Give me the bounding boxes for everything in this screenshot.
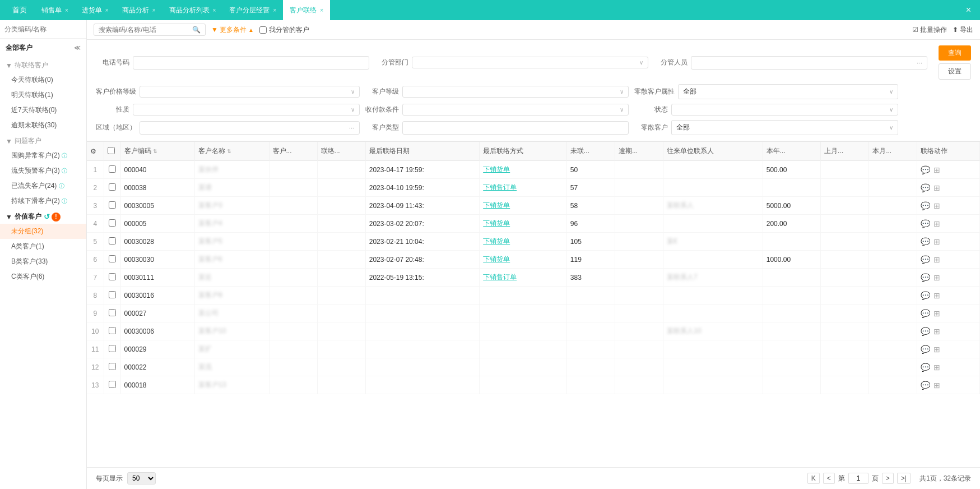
row-checkbox[interactable] [109,219,116,227]
close-sales-tab[interactable]: × [65,7,68,13]
message-icon[interactable]: 💬 [921,255,930,264]
region-input[interactable]: ··· [140,121,360,135]
message-icon[interactable]: 💬 [921,201,930,210]
row-checkbox[interactable] [109,309,116,316]
search-input[interactable] [99,26,192,34]
prev-page-btn[interactable]: < [823,473,835,484]
sidebar-item-lost[interactable]: 已流失客户(24) ⓘ [0,178,86,193]
more-action-icon[interactable]: ⊞ [933,255,940,264]
sidebar-item-type-a[interactable]: A类客户(1) [0,239,86,254]
message-icon[interactable]: 💬 [921,237,930,246]
dept-select[interactable]: ∨ [412,57,648,68]
method-link[interactable]: 下销售订单 [483,183,517,191]
sidebar-item-overdue[interactable]: 逾期未联络(30) [0,118,86,133]
more-action-icon[interactable]: ⊞ [933,363,940,372]
sidebar-item-declining[interactable]: 持续下滑客户(2) ⓘ [0,193,86,209]
nav-tab-customer-layer[interactable]: 客户分层经营 × [222,0,283,20]
nav-tab-sales[interactable]: 销售单 × [35,0,75,20]
payment-select[interactable]: ∨ [402,104,629,116]
close-customer-contact-tab[interactable]: × [320,7,323,13]
manager-dots[interactable]: ··· [917,59,922,67]
sidebar-item-warning[interactable]: 流失预警客户(3) ⓘ [0,163,86,178]
message-icon[interactable]: 💬 [921,291,930,300]
message-icon[interactable]: 💬 [921,219,930,228]
row-checkbox[interactable] [109,201,116,209]
row-checkbox[interactable] [109,273,116,280]
all-customers-header[interactable]: 全部客户 ≪ [0,39,86,57]
more-filters-btn[interactable]: ▼ 更多条件 ▲ [211,25,254,35]
message-icon[interactable]: 💬 [921,381,930,390]
more-action-icon[interactable]: ⊞ [933,309,940,318]
retail-attr-select[interactable]: 全部 ∨ [678,84,898,99]
row-checkbox[interactable] [109,327,116,334]
more-action-icon[interactable]: ⊞ [933,183,940,192]
phone-input[interactable] [133,56,369,70]
nav-tab-home[interactable]: 首页 [4,0,35,20]
close-window-button[interactable]: × [962,5,976,15]
close-customer-layer-tab[interactable]: × [273,7,276,13]
page-number-input[interactable] [848,473,868,484]
next-page-btn[interactable]: > [882,473,894,484]
nav-tab-goods-analysis[interactable]: 商品分析 × [115,0,162,20]
group-value-customers[interactable]: ▼ 价值客户 ↺ ! [0,209,86,224]
customer-type-input[interactable] [402,121,629,135]
method-link[interactable]: 下销货单 [483,219,510,227]
row-checkbox[interactable] [109,345,116,352]
price-level-select[interactable]: ∨ [140,86,360,98]
nav-tab-customer-contact[interactable]: 客户联络 × [283,0,330,20]
nav-tab-goods-list[interactable]: 商品分析列表 × [162,0,223,20]
sidebar-item-7days[interactable]: 近7天待联络(0) [0,103,86,118]
more-action-icon[interactable]: ⊞ [933,345,940,354]
message-icon[interactable]: 💬 [921,345,930,354]
message-icon[interactable]: 💬 [921,363,930,372]
col-name[interactable]: 客户名称 ⇅ [195,142,270,161]
close-goods-list-tab[interactable]: × [213,7,216,13]
sidebar-item-type-c[interactable]: C类客户(6) [0,269,86,284]
reset-button[interactable]: 设置 [939,63,971,80]
col-gear[interactable]: ⚙ [87,142,104,161]
close-goods-analysis-tab[interactable]: × [152,7,156,13]
row-checkbox[interactable] [109,363,116,370]
more-action-icon[interactable]: ⊞ [933,201,940,210]
col-code[interactable]: 客户编码 ⇅ [120,142,195,161]
group-problem-customers[interactable]: ▼ 问题客户 [0,133,86,148]
nav-tab-purchase[interactable]: 进货单 × [75,0,115,20]
row-checkbox[interactable] [109,255,116,262]
close-purchase-tab[interactable]: × [105,7,109,13]
sidebar-search-input[interactable] [4,25,87,33]
method-link[interactable]: 下销售订单 [483,273,517,281]
last-page-btn[interactable]: >| [897,473,911,484]
sidebar-item-abnormal[interactable]: 囤购异常客户(2) ⓘ [0,148,86,163]
nature-select[interactable]: ∨ [133,104,360,116]
message-icon[interactable]: 💬 [921,327,930,336]
my-customers-check[interactable] [259,26,267,34]
message-icon[interactable]: 💬 [921,183,930,192]
bulk-action-btn[interactable]: ☑ 批量操作 [912,25,947,35]
export-btn[interactable]: ⬆ 导出 [953,25,973,35]
message-icon[interactable]: 💬 [921,273,930,282]
row-checkbox[interactable] [109,165,116,173]
customer-level-select[interactable]: ∨ [402,86,629,98]
more-action-icon[interactable]: ⊞ [933,237,940,246]
page-size-select[interactable]: 50 100 200 [127,472,156,485]
sidebar-item-type-b[interactable]: B类客户(33) [0,254,86,269]
status-select[interactable]: ∨ [671,104,898,116]
row-checkbox[interactable] [109,237,116,245]
retail-customer-select[interactable]: 全部 ∨ [671,120,898,135]
sidebar-item-ungrouped[interactable]: 未分组(32) [0,224,86,239]
more-action-icon[interactable]: ⊞ [933,273,940,282]
more-action-icon[interactable]: ⊞ [933,219,940,228]
method-link[interactable]: 下销货单 [483,165,510,173]
select-all-checkbox[interactable] [108,147,115,154]
sidebar-item-today[interactable]: 今天待联络(0) [0,72,86,87]
query-button[interactable]: 查询 [939,45,971,61]
message-icon[interactable]: 💬 [921,165,930,174]
search-icon[interactable]: 🔍 [192,26,201,34]
manager-input[interactable]: ··· [691,56,927,70]
group-pending-contact[interactable]: ▼ 待联络客户 [0,57,86,72]
message-icon[interactable]: 💬 [921,309,930,318]
more-action-icon[interactable]: ⊞ [933,327,940,336]
sidebar-item-tomorrow[interactable]: 明天待联络(1) [0,87,86,103]
table-gear-icon[interactable]: ⚙ [90,147,96,155]
method-link[interactable]: 下销货单 [483,237,510,245]
